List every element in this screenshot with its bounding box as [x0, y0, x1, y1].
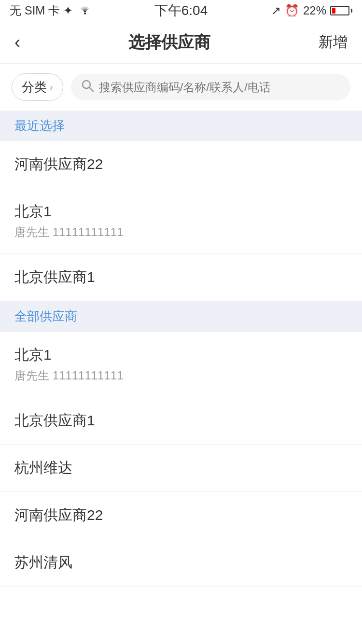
list-item[interactable]: 杭州维达	[0, 445, 362, 492]
category-label: 分类	[22, 79, 47, 96]
status-bar: 无 SIM 卡 ✦ 下午6:04 ↗ ⏰ 22%	[0, 0, 362, 21]
list-item[interactable]: 河南供应商22	[0, 141, 362, 188]
item-name: 北京1	[14, 202, 348, 222]
item-name: 河南供应商22	[14, 154, 348, 174]
back-button[interactable]: ‹	[14, 32, 20, 53]
item-name: 北京1	[14, 345, 348, 365]
section-header-recent: 最近选择	[0, 111, 362, 141]
chevron-right-icon: ›	[50, 82, 53, 93]
section-header-label-all: 全部供应商	[14, 309, 77, 323]
sim-status: 无 SIM 卡 ✦	[10, 3, 73, 18]
item-name: 苏州清风	[14, 553, 348, 573]
wifi-icon	[78, 4, 92, 17]
list-item[interactable]: 北京1唐先生 11111111111	[0, 332, 362, 397]
category-filter-button[interactable]: 分类 ›	[12, 73, 63, 101]
item-name: 河南供应商22	[14, 505, 348, 525]
list-item[interactable]: 北京供应商1	[0, 397, 362, 445]
filter-bar: 分类 ›	[0, 64, 362, 111]
item-subtitle: 唐先生 11111111111	[14, 224, 348, 240]
list-item[interactable]: 北京1唐先生 11111111111	[0, 188, 362, 254]
svg-point-0	[84, 13, 86, 14]
item-name: 北京供应商1	[14, 411, 348, 431]
item-name: 北京供应商1	[14, 267, 348, 287]
nav-bar: ‹ 选择供应商 新增	[0, 21, 362, 64]
battery-percent: 22%	[303, 4, 326, 17]
supplier-list: 最近选择河南供应商22北京1唐先生 11111111111北京供应商1全部供应商…	[0, 111, 362, 587]
section-header-all: 全部供应商	[0, 301, 362, 332]
list-item[interactable]: 苏州清风	[0, 539, 362, 587]
nav-title: 选择供应商	[128, 31, 210, 54]
section-header-label-recent: 最近选择	[14, 118, 65, 133]
search-bar[interactable]	[71, 74, 350, 100]
svg-line-2	[89, 87, 93, 91]
location-icon: ↗	[271, 4, 281, 17]
status-left: 无 SIM 卡 ✦	[10, 3, 92, 18]
list-item[interactable]: 北京供应商1	[0, 254, 362, 301]
list-item[interactable]: 河南供应商22	[0, 492, 362, 539]
item-subtitle: 唐先生 11111111111	[14, 368, 348, 383]
search-input[interactable]	[99, 81, 341, 94]
new-supplier-button[interactable]: 新增	[319, 32, 348, 52]
status-time: 下午6:04	[154, 1, 208, 20]
item-name: 杭州维达	[14, 458, 348, 478]
alarm-icon: ⏰	[285, 4, 299, 17]
battery-indicator	[330, 6, 352, 15]
search-icon	[81, 79, 94, 96]
status-right: ↗ ⏰ 22%	[271, 4, 352, 17]
